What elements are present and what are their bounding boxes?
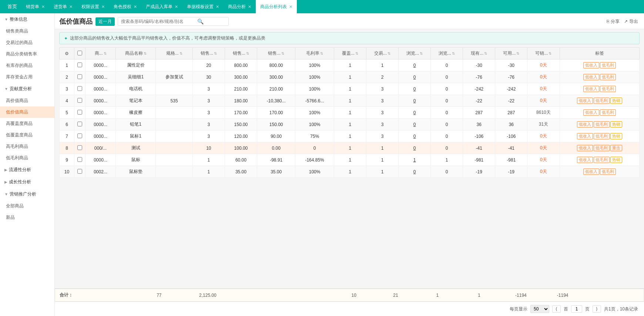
nav-permissions[interactable]: 权限设置 ✕ [77,0,109,13]
nav-analysis-list-close[interactable]: ✕ [289,4,292,9]
browse-link[interactable]: 0 [413,122,416,127]
sidebar-group-growth[interactable]: ▶ 成长性分析 [0,176,54,188]
search-input[interactable] [121,19,195,24]
sidebar-group-marketing[interactable]: ▼ 营销推广分析 [0,188,54,200]
sidebar-item-traded-goods[interactable]: 交易过的商品 [0,37,54,48]
row-checkbox[interactable] [77,110,82,115]
nav-purchase-close[interactable]: ✕ [69,4,73,9]
sidebar-item-new-goods[interactable]: 新品 [0,212,54,223]
nav-analysis[interactable]: 商品分析 ✕ [224,0,256,13]
nav-home[interactable]: 首页 [3,0,21,13]
nav-inventory[interactable]: 产成品入库单 ✕ [141,0,182,13]
share-button[interactable]: ⎘ 分享 [607,18,620,25]
period-button[interactable]: 近一月 [95,17,115,26]
nav-template[interactable]: 单据模板设置 ✕ [182,0,224,13]
row-checkbox[interactable] [77,62,82,67]
sidebar-group-contribution[interactable]: ▼ 贡献度分析 [0,83,54,95]
nav-purchase[interactable]: 进货单 ✕ [49,0,77,13]
nav-analysis-close[interactable]: ✕ [248,4,251,9]
row-check[interactable] [74,119,85,130]
browse-link[interactable]: 0 [413,146,416,151]
th-tags[interactable]: 标签 [560,48,640,60]
sidebar-item-category-rate[interactable]: 商品分类销售率 [0,48,54,60]
nav-sales[interactable]: 销货单 ✕ [21,0,49,13]
sidebar-item-sales-goods[interactable]: 销售类商品 [0,26,54,37]
th-browse2[interactable]: 浏览...⇅ [431,48,463,60]
browse-link[interactable]: 0 [413,110,416,115]
row-checkbox[interactable] [77,122,82,126]
row-browse1[interactable]: 0 [399,107,431,119]
sidebar-group-overall[interactable]: ▼ 整体信息 [0,13,54,26]
th-trade[interactable]: 交易...⇅ [366,48,398,60]
row-browse1[interactable]: 1 [399,154,431,166]
sidebar-item-low-margin[interactable]: 低毛利商品 [0,152,54,164]
sidebar-group-liquidity[interactable]: ▶ 流通性分析 [0,164,54,176]
th-browse1[interactable]: 浏览...⇅ [399,48,431,60]
row-browse1[interactable]: 0 [399,60,431,71]
next-page-button[interactable]: ⟩ [593,305,601,313]
sidebar-item-high-margin[interactable]: 高毛利商品 [0,141,54,152]
row-check[interactable] [74,142,85,154]
sidebar-item-high-value[interactable]: 高价值商品 [0,95,54,106]
select-all-checkbox[interactable] [77,51,82,55]
row-browse1[interactable]: 0 [399,119,431,130]
browse-link[interactable]: 0 [413,98,416,103]
sidebar-item-high-coverage[interactable]: 高覆盖度商品 [0,118,54,129]
export-button[interactable]: ↗ 导出 [624,18,638,25]
browse-link[interactable]: 0 [413,134,416,139]
th-sale3[interactable]: 销售...⇅ [257,48,295,60]
browse-link[interactable]: 0 [413,86,416,92]
row-check[interactable] [74,71,85,83]
sidebar-item-low-coverage[interactable]: 低覆盖度商品 [0,129,54,141]
th-cover[interactable]: 覆盖...⇅ [334,48,366,60]
sidebar-item-low-value[interactable]: 低价值商品 [0,106,54,118]
th-stock1[interactable]: 现有...⇅ [463,48,495,60]
row-checkbox[interactable] [77,145,82,150]
th-name[interactable]: 商品名称⇅ [116,48,156,60]
row-check[interactable] [74,95,85,107]
nav-analysis-list[interactable]: 商品分析列表 ✕ [256,0,297,13]
nav-sales-close[interactable]: ✕ [41,4,45,9]
row-browse1[interactable]: 0 [399,83,431,95]
th-stock3[interactable]: 可销...⇅ [527,48,560,60]
row-browse1[interactable]: 0 [399,166,431,178]
row-browse1[interactable]: 0 [399,142,431,154]
sidebar-item-stock-capital[interactable]: 库存资金占用 [0,71,54,83]
page-number-input[interactable] [571,305,582,313]
th-margin[interactable]: 毛利率⇅ [295,48,334,60]
browse-link[interactable]: 0 [413,63,416,68]
row-checkbox[interactable] [77,133,82,138]
row-check[interactable] [74,166,85,178]
th-sale1[interactable]: 销售...⇅ [192,48,225,60]
sidebar-item-stock-goods[interactable]: 有库存的商品 [0,60,54,71]
row-check[interactable] [74,130,85,142]
row-browse1[interactable]: 0 [399,130,431,142]
th-check[interactable] [74,48,85,60]
row-browse1[interactable]: 0 [399,71,431,83]
table-container[interactable]: ⚙ 商...⇅ 商品名称⇅ 规格...⇅ 销售...⇅ 销售...⇅ 销售...… [59,47,640,288]
nav-roles-close[interactable]: ✕ [134,4,137,9]
nav-inventory-close[interactable]: ✕ [175,4,178,9]
search-icon[interactable]: 🔍 [197,18,204,24]
browse-link[interactable]: 0 [413,75,416,80]
th-spec[interactable]: 规格...⇅ [156,48,192,60]
nav-roles[interactable]: 角色授权 ✕ [109,0,141,13]
row-check[interactable] [74,154,85,166]
row-check[interactable] [74,60,85,71]
row-checkbox[interactable] [77,169,82,174]
browse-link[interactable]: 0 [413,169,416,174]
row-check[interactable] [74,83,85,95]
first-page-button[interactable]: ⟨ [552,305,561,313]
browse-link[interactable]: 1 [413,157,416,163]
row-check[interactable] [74,107,85,119]
row-checkbox[interactable] [77,86,82,91]
row-checkbox[interactable] [77,98,82,103]
nav-template-close[interactable]: ✕ [216,4,219,9]
nav-permissions-close[interactable]: ✕ [101,4,105,9]
sidebar-item-all-goods[interactable]: 全部商品 [0,200,54,212]
per-page-select[interactable]: 50 100 200 [530,305,549,313]
th-sale2[interactable]: 销售...⇅ [225,48,257,60]
th-code[interactable]: 商...⇅ [85,48,116,60]
row-checkbox[interactable] [77,157,82,162]
th-settings[interactable]: ⚙ [60,48,74,60]
